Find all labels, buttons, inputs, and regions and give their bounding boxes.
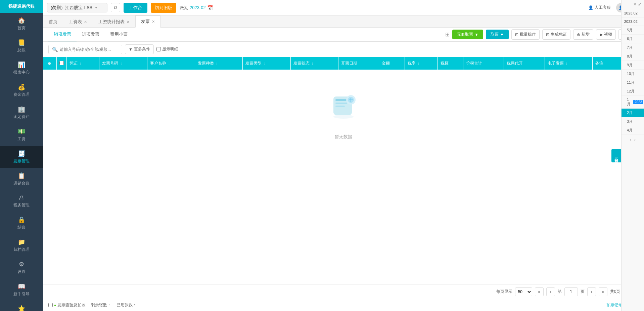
period-month-10[interactable]: 10月 <box>622 70 644 78</box>
generate-icon: ⊡ <box>546 32 549 37</box>
tax-icon: 🖨 <box>18 194 25 201</box>
company-name: (勿删）江西股宝-LSS <box>51 5 92 11</box>
col-open-date: 开票日期 <box>338 57 379 70</box>
take-ticket-button[interactable]: 取票 ▼ <box>486 30 509 39</box>
tab-salary[interactable]: 工资表 ✕ <box>63 16 93 28</box>
show-detail-checkbox[interactable] <box>156 47 161 51</box>
next-page-button[interactable]: › <box>587 287 596 296</box>
period-month-12[interactable]: 12月 <box>622 87 644 96</box>
tab-salary-report-close[interactable]: ✕ <box>127 20 130 24</box>
sidebar-item-sales[interactable]: 📋 进销台账 <box>0 168 43 190</box>
panel-close-button[interactable]: ✕ <box>633 2 637 7</box>
tab-home[interactable]: 首页 <box>43 16 63 28</box>
sidebar-item-home[interactable]: 🏠 首页 <box>0 13 43 35</box>
workspace-button[interactable]: 工作台 <box>124 3 147 13</box>
content-area: 销项发票 进项发票 费用小票 ⊞ 无血取票 ▼ 取票 ▼ ⊡ <box>43 28 644 311</box>
period-year-2023-02-first[interactable]: 2023.02 <box>622 9 644 17</box>
generate-cert-button[interactable]: ⊡ 生成凭证 <box>542 29 570 40</box>
period-year-2023-02-second[interactable]: 2023.02 <box>622 17 644 26</box>
company-selector[interactable]: (勿删）江西股宝-LSS ▼ <box>47 3 107 12</box>
sidebar-item-invoice[interactable]: 🧾 发票管理 <box>0 146 43 168</box>
footer: ● 发票查验及拍照 剩余张数： 已用张数： 扣票记录 去充值 <box>43 299 644 311</box>
period-month-8[interactable]: 8月 <box>622 52 644 61</box>
video-button[interactable]: ▶ 视频 <box>596 29 616 40</box>
select-all-checkbox[interactable] <box>59 61 64 65</box>
tab-salary-close[interactable]: ✕ <box>84 20 87 24</box>
tabs-bar: 首页 工资表 ✕ 工资统计报表 ✕ 发票 ✕ <box>43 15 644 28</box>
per-page-select[interactable]: 50 100 200 <box>515 287 532 296</box>
sidebar-item-salary[interactable]: 💵 工资 <box>0 124 43 146</box>
sidebar-item-settings[interactable]: ⚙ 设置 <box>0 257 43 279</box>
sidebar-item-archive[interactable]: 📁 归档管理 <box>0 234 43 257</box>
archive-icon: 📁 <box>18 238 25 246</box>
sub-tab-sales-invoice[interactable]: 销项发票 <box>48 28 77 41</box>
period-year-2023-badge: 1月 2023 <box>622 96 644 109</box>
new-button[interactable]: ⊕ 新增 <box>573 29 593 40</box>
sidebar-item-guide[interactable]: 📖 新手引导 <box>0 279 43 301</box>
tab-invoice-close[interactable]: ✕ <box>152 20 155 24</box>
col-settings[interactable]: ⚙ <box>43 57 56 70</box>
tab-salary-report[interactable]: 工资统计报表 ✕ <box>93 16 135 28</box>
filter-button[interactable]: ▼ 更多条件 <box>125 44 154 54</box>
period-month-9[interactable]: 9月 <box>622 61 644 70</box>
home-icon: 🏠 <box>18 17 25 24</box>
col-cert: 凭证 ↕ <box>66 57 99 70</box>
period-prev-button[interactable]: ‹ <box>629 136 632 143</box>
invoice-check-label[interactable]: ● 发票查验及拍照 <box>48 302 86 308</box>
period-month-2-active[interactable]: 2月 <box>622 109 644 117</box>
sub-tabs: 销项发票 进项发票 费用小票 ⊞ 无血取票 ▼ 取票 ▼ ⊡ <box>43 28 644 42</box>
tab-invoice[interactable]: 发票 ✕ <box>135 15 160 28</box>
period-month-4[interactable]: 4月 <box>622 126 644 135</box>
guide-icon: 📖 <box>18 283 25 290</box>
main-area: (勿删）江西股宝-LSS ▼ ⧉ 工作台 切到旧版 账期 2023-02 📅 👤… <box>43 0 644 311</box>
sidebar-item-close[interactable]: 🔒 结账 <box>0 212 43 234</box>
import-records-link[interactable]: 扣票记录 <box>606 302 623 308</box>
page-number-input[interactable] <box>564 287 578 296</box>
switch-version-button[interactable]: 切到旧版 <box>151 3 176 13</box>
batch-icon: ⊡ <box>515 32 518 37</box>
invoice-check-checkbox[interactable] <box>48 303 53 307</box>
show-detail-label[interactable]: 显示明细 <box>156 46 178 52</box>
svg-point-0 <box>333 115 354 119</box>
sidebar-item-funds[interactable]: 💰 资金管理 <box>0 79 43 102</box>
topbar: (勿删）江西股宝-LSS ▼ ⧉ 工作台 切到旧版 账期 2023-02 📅 👤… <box>43 0 644 15</box>
period-month-3[interactable]: 3月 <box>622 117 644 126</box>
panel-maximize-button[interactable]: ⤢ <box>638 2 641 7</box>
sub-tab-expense-receipt[interactable]: 费用小票 <box>105 28 133 41</box>
copy-button[interactable]: ⧉ <box>111 3 120 12</box>
sidebar-item-assets[interactable]: 🏢 固定资产 <box>0 102 43 124</box>
col-customer: 客户名称 ↕ <box>147 57 195 70</box>
col-tax-rate: 税率 ↕ <box>405 57 438 70</box>
first-page-button[interactable]: « <box>535 287 544 296</box>
prev-page-button[interactable]: ‹ <box>546 287 555 296</box>
settings-icon: ⚙ <box>19 261 24 268</box>
service-button[interactable]: 👤 人工客服 <box>588 5 611 10</box>
sidebar-item-reports[interactable]: 📊 报表中心 <box>0 57 43 79</box>
sidebar-item-tax[interactable]: 🖨 税务管理 <box>0 190 43 212</box>
search-box[interactable]: 🔍 <box>48 45 122 54</box>
no-cancel-ticket-button[interactable]: 无血取票 ▼ <box>452 30 483 39</box>
search-icon: 🔍 <box>52 47 58 52</box>
grid-view-icon[interactable]: ⊞ <box>445 31 450 38</box>
period-month-7[interactable]: 7月 <box>622 43 644 52</box>
take-dropdown-arrow-icon: ▼ <box>500 32 504 37</box>
period-month-11[interactable]: 11月 <box>622 78 644 87</box>
period-month-5[interactable]: 5月 <box>622 26 644 35</box>
empty-illustration <box>327 90 360 130</box>
col-tax: 税额 <box>438 57 463 70</box>
used-info: 已用张数： <box>117 302 137 308</box>
sub-tab-purchase-invoice[interactable]: 进项发票 <box>77 28 105 41</box>
period-next-button[interactable]: › <box>634 136 637 143</box>
open-period-button[interactable]: 开账日期 <box>611 149 621 162</box>
sidebar-item-ledger[interactable]: 📒 总账 <box>0 35 43 57</box>
sidebar-item-member[interactable]: ⭐ 畅会员 <box>0 301 43 311</box>
search-input[interactable] <box>60 47 119 52</box>
period-month-6[interactable]: 6月 <box>622 35 644 43</box>
col-remark: 备注 <box>592 57 618 70</box>
col-checkbox[interactable] <box>56 57 66 70</box>
calendar-icon[interactable]: 📅 <box>207 5 213 10</box>
period-nav: ‹ › <box>622 135 644 144</box>
batch-op-button[interactable]: ⊡ 批量操作 <box>511 29 540 40</box>
last-page-button[interactable]: » <box>599 287 607 296</box>
col-tax-bureau: 税局代开 <box>504 57 545 70</box>
